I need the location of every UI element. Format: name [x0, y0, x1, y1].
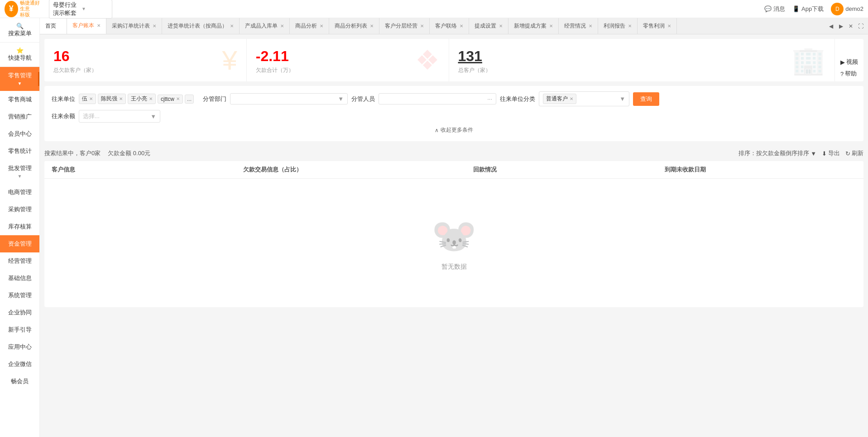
tab-business-status[interactable]: 经营情况 ✕: [559, 18, 598, 34]
belong-unit-label: 往来单位: [52, 95, 75, 103]
sidebar-item-marketing[interactable]: 营销推广: [0, 108, 39, 125]
close-icon[interactable]: ✕: [420, 24, 424, 28]
sidebar-item-basic-info[interactable]: 基础信息: [0, 270, 39, 287]
tab-home[interactable]: 首页: [40, 18, 67, 34]
sidebar-item-retail-stats[interactable]: 零售统计: [0, 142, 39, 160]
logo-text: 畅捷通好生意 标版: [20, 0, 44, 18]
top-right-area: 💬 消息 📱 App下载 D demo2: [764, 3, 863, 15]
sidebar-item-business-manage[interactable]: 经营管理: [0, 252, 39, 270]
help-icon: ?: [840, 71, 844, 77]
org-selector[interactable]: 母婴行业演示帐套 ▼: [49, 0, 112, 19]
help-button[interactable]: ? 帮助: [840, 70, 858, 78]
sidebar-item-wholesale-manage[interactable]: 批发管理 ▼: [0, 160, 39, 184]
close-icon[interactable]: ✕: [667, 24, 671, 28]
sidebar-item-newbie-guide[interactable]: 新手引导: [0, 321, 39, 338]
close-icon[interactable]: ✕: [320, 24, 323, 28]
tab-prev-button[interactable]: ◀: [826, 22, 835, 31]
logo-icon: ¥: [5, 1, 18, 17]
debt-bg-icon: ❖: [415, 44, 440, 76]
query-button[interactable]: 查询: [633, 92, 659, 106]
close-icon[interactable]: ✕: [549, 24, 553, 28]
close-icon[interactable]: ✕: [97, 23, 101, 28]
app-download-button[interactable]: 📱 App下载: [792, 5, 824, 13]
close-icon[interactable]: ✕: [153, 24, 156, 28]
tab-close-all-button[interactable]: ✕: [846, 22, 855, 31]
sort-label: 排序：按欠款金额倒序排序: [739, 149, 809, 157]
sidebar-item-enterprise-collab[interactable]: 企业协同: [0, 304, 39, 321]
download-icon: 📱: [792, 5, 800, 12]
balance-select[interactable]: 选择... ▼: [79, 110, 160, 123]
more-options-icon: ···: [487, 95, 492, 102]
tab-retail-profit[interactable]: 零售利润 ✕: [638, 18, 677, 34]
tab-purchase-stats[interactable]: 进货单统计表（按商品） ✕: [162, 18, 240, 34]
sidebar-item-app-center[interactable]: 应用中心: [0, 338, 39, 356]
branch-person-select[interactable]: ···: [379, 93, 496, 104]
filter-tag-wu: 伍 ✕: [79, 94, 96, 104]
unit-category-select[interactable]: 普通客户 ✕ ▼: [539, 91, 629, 106]
export-button[interactable]: ⬇ 导出: [822, 149, 840, 157]
sidebar-item-chang-member[interactable]: 畅会员: [0, 373, 39, 390]
balance-label: 往来余额: [52, 112, 75, 120]
col-debt-info: 欠款交易信息（占比）: [243, 166, 473, 174]
tab-customer-layer[interactable]: 客户分层经营 ✕: [379, 18, 430, 34]
table-header: 客户信息 欠款交易信息（占比） 回款情况 到期未收款日期: [44, 161, 863, 179]
filter-tag-chen-close[interactable]: ✕: [119, 96, 123, 101]
customers-bg-icon: ¥: [222, 45, 237, 76]
close-icon[interactable]: ✕: [499, 24, 503, 28]
close-icon[interactable]: ✕: [589, 24, 592, 28]
tab-product-stock[interactable]: 产成品入库单 ✕: [240, 18, 290, 34]
tab-next-button[interactable]: ▶: [836, 22, 845, 31]
stat-debt: ❖ -2.11 欠款合计（万）: [247, 39, 449, 81]
filter-tag-wu-close[interactable]: ✕: [89, 96, 93, 101]
user-menu[interactable]: D demo2: [831, 3, 863, 15]
filter-tag-wang-close[interactable]: ✕: [149, 96, 153, 101]
sidebar-item-system-manage[interactable]: 系统管理: [0, 287, 39, 304]
close-icon[interactable]: ✕: [628, 24, 632, 28]
filter-more-tags-button[interactable]: ...: [185, 95, 194, 104]
chevron-down-icon: ▼: [150, 113, 156, 120]
tab-product-analysis-list[interactable]: 商品分析列表 ✕: [329, 18, 379, 34]
refresh-icon: ↻: [845, 150, 850, 157]
sidebar-item-search-menu[interactable]: 🔍 搜索菜单: [0, 18, 39, 43]
sidebar-item-member-center[interactable]: 会员中心: [0, 125, 39, 142]
result-debt: 欠款金额 0.00元: [108, 149, 150, 157]
tab-commission-settings[interactable]: 提成设置 ✕: [469, 18, 508, 34]
filter-row-2: 往来余额 选择... ▼: [52, 110, 856, 123]
close-icon[interactable]: ✕: [460, 24, 463, 28]
tab-add-commission[interactable]: 新增提成方案 ✕: [508, 18, 559, 34]
tab-fullscreen-button[interactable]: ⛶: [856, 22, 865, 31]
tab-customer-ledger[interactable]: 客户账本 ✕: [67, 18, 106, 34]
unit-category-tag-close[interactable]: ✕: [570, 96, 573, 101]
sidebar-item-ecommerce-manage[interactable]: 电商管理: [0, 184, 39, 201]
stat-total-customers2-value[interactable]: 131: [458, 48, 826, 65]
sidebar-item-fund-manage[interactable]: 资金管理: [0, 235, 39, 252]
tab-customer-contact[interactable]: 客户联络 ✕: [430, 18, 469, 34]
tab-profit-report[interactable]: 利润报告 ✕: [598, 18, 638, 34]
video-help-button[interactable]: ▶ 视频: [840, 58, 858, 66]
collapse-button[interactable]: ∧ 收起更多条件: [52, 126, 856, 134]
filter-tags-unit: 伍 ✕ 陈民强 ✕ 王小亮 ✕ cjttcw ✕: [79, 94, 194, 104]
close-icon[interactable]: ✕: [280, 24, 284, 28]
filter-tag-wang: 王小亮 ✕: [128, 94, 156, 104]
sidebar-item-purchase-manage[interactable]: 采购管理: [0, 201, 39, 218]
sidebar-item-retail-manage[interactable]: 零售管理 ▼: [0, 67, 39, 91]
sidebar-item-wechat-enterprise[interactable]: 企业微信: [0, 356, 39, 373]
close-icon[interactable]: ✕: [230, 24, 234, 28]
filter-tag-chen-text: 陈民强: [101, 95, 117, 103]
video-icon: ▶: [840, 59, 845, 66]
tab-purchase-order[interactable]: 采购订单统计表 ✕: [106, 18, 162, 34]
sidebar-item-inventory[interactable]: 库存核算: [0, 218, 39, 235]
filter-tag-cj-close[interactable]: ✕: [176, 96, 180, 101]
empty-state: 🐭 暂无数据: [44, 179, 863, 307]
sidebar-item-retail-mall[interactable]: 零售商城: [0, 91, 39, 108]
close-icon[interactable]: ✕: [370, 24, 374, 28]
content-area: 首页 客户账本 ✕ 采购订单统计表 ✕ 进货单统计表（按商品） ✕ 产成品入库单…: [40, 18, 868, 437]
tab-product-analysis[interactable]: 商品分析 ✕: [290, 18, 329, 34]
stat-total-customers-label: 总欠款客户（家）: [53, 66, 237, 74]
message-button[interactable]: 💬 消息: [764, 5, 785, 13]
sort-select[interactable]: 排序：按欠款金额倒序排序 ▼: [739, 149, 816, 157]
chevron-down-icon: ▼: [338, 95, 344, 102]
branch-dept-select[interactable]: ▼: [230, 93, 348, 104]
sidebar-item-quick-nav[interactable]: ⭐ 快捷导航: [0, 43, 39, 67]
refresh-button[interactable]: ↻ 刷新: [845, 149, 863, 157]
